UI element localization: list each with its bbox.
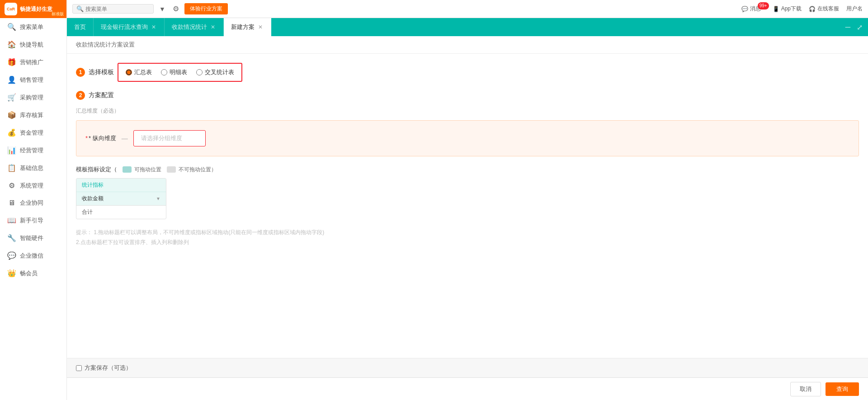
sidebar-icon-marketing: 🎁 [7, 58, 16, 66]
industry-button[interactable]: 体验行业方案 [184, 3, 228, 14]
tab-bank-label: 现金银行流水查询 [101, 23, 148, 31]
sidebar-label-inventory: 库存核算 [20, 111, 43, 119]
not-draggable-legend: 不可拖动位置） [167, 166, 217, 174]
radio-summary-input[interactable] [126, 69, 132, 75]
sidebar-item-guide[interactable]: 📖新手引导 [0, 212, 66, 229]
message-button[interactable]: 💬 消息 99+ [741, 5, 765, 13]
search-input[interactable] [85, 6, 149, 12]
download-label: App下载 [781, 5, 802, 13]
save-section: 方案保存（可选） [67, 358, 868, 377]
sidebar-item-inventory[interactable]: 📦库存核算 [0, 106, 66, 124]
tab-home-label: 首页 [74, 23, 86, 31]
sidebar-item-system[interactable]: ⚙系统管理 [0, 177, 66, 194]
sidebar-label-enterprise-coop: 企业协同 [20, 199, 43, 207]
sidebar-label-sales: 销售管理 [20, 76, 43, 84]
tab-receivable-close[interactable]: ✕ [210, 23, 216, 31]
settings-icon[interactable]: ⚙ [171, 4, 181, 14]
tab-maximize-icon[interactable]: ⤢ [855, 22, 864, 33]
col-header-row[interactable]: 收款金额 ▼ [76, 192, 166, 206]
col-header-label: 收款金额 [82, 195, 104, 202]
radio-detail[interactable]: 明细表 [161, 68, 187, 76]
draggable-box-icon [123, 166, 132, 173]
metrics-table-header: 统计指标 [76, 179, 166, 192]
sidebar-icon-purchase: 🛒 [7, 93, 16, 102]
tab-new-plan-close[interactable]: ✕ [257, 23, 264, 31]
dimension-placeholder: 请选择分组维度 [141, 134, 182, 142]
service-icon: 🎧 [809, 6, 816, 12]
sidebar-item-search[interactable]: 🔍搜索菜单 [0, 18, 66, 36]
save-label[interactable]: 方案保存（可选） [85, 364, 132, 372]
tab-new-plan-label: 新建方案 [231, 23, 255, 31]
draggable-label: 可拖动位置 [134, 166, 161, 174]
stats-label: 统计指标 [82, 182, 104, 188]
sidebar-icon-inventory: 📦 [7, 111, 16, 119]
metrics-section: 模板指标设定（ 可拖动位置 不可拖动位置） 统计指标 [76, 165, 859, 221]
query-button[interactable]: 查询 [826, 382, 859, 396]
tab-bank[interactable]: 现金银行流水查询 ✕ [94, 18, 165, 36]
sidebar-label-operations: 经营管理 [20, 146, 43, 155]
search-icon: 🔍 [76, 5, 84, 12]
topbar-dropdown-button[interactable]: ▼ [157, 5, 167, 14]
cancel-button[interactable]: 取消 [790, 382, 821, 396]
sidebar-label-purchase: 采购管理 [20, 94, 43, 102]
tab-new-plan[interactable]: 新建方案 ✕ [224, 18, 271, 36]
tab-home[interactable]: 首页 [67, 18, 94, 36]
radio-cross-label: 交叉统计表 [205, 68, 234, 76]
step1-title: 1 选择模板 汇总表 明细表 交叉统计表 [76, 63, 859, 82]
dimension-selector[interactable]: 请选择分组维度 [133, 130, 206, 146]
page-header: 收款情况统计方案设置 [67, 36, 868, 54]
radio-cross[interactable]: 交叉统计表 [196, 68, 234, 76]
radio-detail-input[interactable] [161, 69, 167, 75]
metrics-title: 模板指标设定（ [76, 165, 117, 174]
download-button[interactable]: 📱 App下载 [773, 5, 802, 13]
sidebar-item-sales[interactable]: 👤销售管理 [0, 71, 66, 89]
sidebar-label-basic-info: 基础信息 [20, 164, 43, 172]
sidebar-icon-wechat: 💬 [7, 251, 16, 260]
radio-detail-label: 明细表 [170, 68, 187, 76]
tab-minimize-icon[interactable]: ─ [844, 22, 852, 32]
topbar-actions: 💬 消息 99+ 📱 App下载 🎧 在线客服 用户名 [741, 5, 863, 13]
sidebar-item-enterprise-coop[interactable]: 🖥企业协同 [0, 194, 66, 212]
not-draggable-box-icon [167, 166, 176, 173]
sidebar-icon-smart-hw: 🔧 [7, 234, 16, 242]
sidebar-icon-member: 👑 [7, 269, 16, 278]
dimension-arrow-icon: — [122, 135, 128, 142]
save-checkbox[interactable] [76, 365, 82, 371]
tabbar-controls: ─ ⤢ [840, 18, 868, 36]
sidebar-icon-guide: 📖 [7, 216, 16, 225]
radio-summary-label: 汇总表 [134, 68, 152, 76]
sidebar-item-basic-info[interactable]: 📋基础信息 [0, 159, 66, 177]
sidebar-item-operations[interactable]: 📊经营管理 [0, 141, 66, 159]
logo-text: 畅捷通好生意 [20, 5, 52, 13]
sidebar-item-wechat[interactable]: 💬企业微信 [0, 247, 66, 264]
sidebar-item-marketing[interactable]: 🎁营销推广 [0, 53, 66, 71]
metrics-header: 模板指标设定（ 可拖动位置 不可拖动位置） [76, 165, 859, 174]
sidebar-label-quick-nav: 快捷导航 [20, 41, 43, 49]
vertical-dimension-label: ** 纵向维度 [85, 134, 116, 142]
main-container: 🔍 ▼ ⚙ 体验行业方案 💬 消息 99+ 📱 App下载 🎧 在线客服 用户名 [67, 0, 868, 400]
step2-badge: 2 [76, 91, 85, 100]
sidebar-icon-sales: 👤 [7, 75, 16, 84]
tip-1: 提示： 1.拖动标题栏可以调整布局，不可跨维度或指标区域拖动(只能在同一维度或指… [76, 228, 859, 238]
step2-title: 2 方案配置 [76, 91, 859, 100]
sidebar-item-purchase[interactable]: 🛒采购管理 [0, 89, 66, 106]
tab-receivable[interactable]: 收款情况统计 ✕ [165, 18, 224, 36]
sidebar-nav: 🔍搜索菜单🏠快捷导航🎁营销推广👤销售管理🛒采购管理📦库存核算💰资金管理📊经营管理… [0, 18, 66, 400]
message-badge: 99+ [758, 2, 769, 9]
sidebar-item-smart-hw[interactable]: 🔧智能硬件 [0, 229, 66, 247]
sidebar-label-system: 系统管理 [20, 182, 43, 190]
sidebar-item-member[interactable]: 👑畅会员 [0, 264, 66, 282]
sidebar-label-wechat: 企业微信 [20, 252, 43, 260]
tab-bank-close[interactable]: ✕ [151, 23, 157, 31]
sidebar-icon-quick-nav: 🏠 [7, 40, 16, 49]
bottom-bar: 取消 查询 [67, 377, 868, 400]
dimension-title: 汇总维度（必选） [76, 107, 859, 115]
metrics-table: 统计指标 收款金额 ▼ 合计 [76, 178, 166, 219]
sidebar-item-finance[interactable]: 💰资金管理 [0, 124, 66, 141]
sidebar-item-quick-nav[interactable]: 🏠快捷导航 [0, 36, 66, 53]
total-row: 合计 [76, 206, 166, 219]
service-button[interactable]: 🎧 在线客服 [809, 5, 839, 13]
radio-cross-input[interactable] [196, 69, 203, 75]
radio-summary[interactable]: 汇总表 [126, 68, 152, 76]
search-box[interactable]: 🔍 [72, 4, 154, 14]
